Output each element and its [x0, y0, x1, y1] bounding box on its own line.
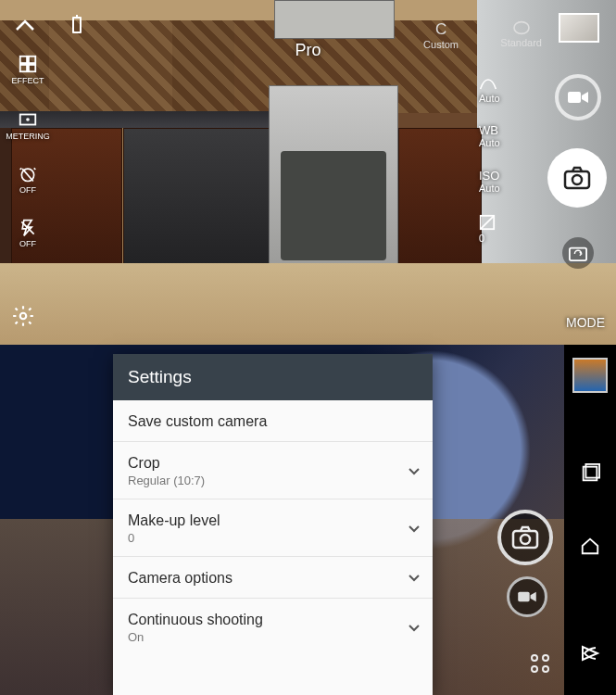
chevron-down-icon [409, 520, 420, 537]
video-record-button[interactable] [507, 576, 547, 617]
settings-row-save-custom[interactable]: Save custom camera [113, 400, 433, 442]
svg-rect-1 [29, 57, 35, 63]
svg-point-17 [521, 535, 530, 544]
settings-list[interactable]: Save custom camera Crop Regular (10:7) M… [113, 400, 433, 695]
gallery-thumbnail[interactable] [572, 358, 608, 393]
settings-camera-viewfinder: Settings Save custom camera Crop Regular… [0, 345, 616, 695]
svg-point-5 [26, 118, 30, 121]
svg-point-20 [543, 655, 548, 661]
wb-value: Auto [479, 137, 523, 148]
chevron-down-icon [409, 569, 420, 586]
home-button[interactable] [580, 536, 600, 560]
settings-row-title: Crop [128, 455, 418, 472]
video-icon [567, 89, 589, 106]
settings-row-value: On [128, 630, 418, 644]
metering-button[interactable]: METERING [6, 109, 50, 141]
iso-value: Auto [479, 183, 523, 194]
settings-row-makeup[interactable]: Make-up level 0 [113, 499, 433, 557]
settings-row-title: Make-up level [128, 512, 418, 529]
timer-label: OFF [19, 185, 36, 195]
settings-panel: Settings Save custom camera Crop Regular… [113, 354, 433, 695]
svg-point-14 [572, 175, 582, 184]
android-nav-bar [564, 345, 616, 695]
svg-rect-0 [20, 57, 27, 63]
focus-icon [479, 78, 497, 91]
left-tool-column: EFFECT METERING OFF OFF [6, 17, 50, 272]
palette-icon [512, 20, 531, 35]
home-icon [580, 536, 600, 556]
custom-letter: C [423, 20, 459, 39]
mode-label-pro[interactable]: Pro [295, 41, 321, 60]
flash-label: OFF [19, 239, 36, 248]
timer-button[interactable]: OFF [6, 165, 50, 195]
svg-point-21 [532, 666, 537, 672]
wb-label: WB [479, 124, 523, 137]
pro-params-column: Auto WB Auto ISO Auto 0 [479, 78, 523, 264]
af-param[interactable]: Auto [479, 78, 523, 104]
camera-icon [511, 525, 539, 550]
photo-shutter-button[interactable] [547, 148, 607, 208]
ev-param[interactable]: 0 [479, 214, 523, 244]
svg-rect-13 [565, 171, 589, 188]
mode-grid-button[interactable] [529, 652, 551, 678]
af-value: Auto [479, 93, 523, 104]
metering-label: METERING [6, 132, 50, 141]
back-icon [579, 643, 601, 663]
switch-camera-button[interactable] [562, 237, 594, 269]
recent-apps-button[interactable] [580, 463, 600, 487]
iso-param[interactable]: ISO Auto [479, 170, 523, 194]
settings-row-title: Continuous shooting [128, 612, 418, 628]
wb-param[interactable]: WB Auto [479, 124, 523, 148]
svg-rect-3 [29, 65, 35, 71]
iso-label: ISO [479, 170, 523, 183]
viewfinder-bg [398, 128, 482, 267]
grid-icon [529, 652, 551, 675]
settings-row-crop[interactable]: Crop Regular (10:7) [113, 442, 433, 499]
viewfinder-bg [0, 20, 477, 113]
chevron-down-icon [409, 462, 420, 479]
exposure-icon [479, 214, 496, 231]
settings-panel-title: Settings [113, 354, 433, 400]
pro-camera-viewfinder: EFFECT METERING OFF OFF Pro C Custom Sta… [0, 0, 616, 345]
svg-rect-12 [568, 92, 581, 103]
chevron-down-icon [409, 619, 420, 636]
gallery-thumbnail[interactable] [559, 13, 599, 43]
flash-button[interactable]: OFF [6, 219, 50, 248]
settings-row-title: Camera options [128, 570, 418, 587]
ev-value: 0 [479, 233, 523, 244]
settings-row-value: Regular (10:7) [128, 474, 418, 487]
settings-row-title: Save custom camera [128, 413, 418, 430]
standard-text: Standard [500, 37, 542, 48]
svg-point-10 [514, 22, 529, 34]
viewfinder-bg [269, 85, 398, 271]
svg-point-9 [20, 313, 27, 320]
video-record-button[interactable] [555, 74, 601, 120]
camera-icon [563, 166, 591, 190]
settings-row-value: 0 [128, 531, 418, 545]
back-button[interactable] [579, 643, 601, 667]
photo-shutter-button[interactable] [497, 510, 553, 565]
settings-row-continuous[interactable]: Continuous shooting On [113, 599, 433, 655]
svg-point-19 [532, 655, 537, 661]
settings-gear-button[interactable] [11, 304, 35, 332]
recent-apps-icon [580, 463, 600, 484]
settings-row-camera-options[interactable]: Camera options [113, 557, 433, 599]
video-icon [517, 589, 537, 604]
mode-menu-button[interactable]: MODE [566, 315, 605, 330]
viewfinder-bg [0, 263, 616, 345]
viewfinder-bg [123, 128, 271, 267]
effect-button[interactable]: EFFECT [6, 54, 50, 85]
svg-rect-2 [20, 65, 27, 71]
switch-camera-icon [568, 244, 588, 262]
viewfinder-bg [274, 0, 395, 39]
battery-icon [72, 17, 82, 33]
mode-label-standard[interactable]: Standard [500, 20, 542, 48]
svg-rect-16 [513, 531, 537, 548]
effect-label: EFFECT [12, 76, 44, 85]
mode-label-custom[interactable]: C Custom [423, 20, 459, 50]
svg-rect-18 [518, 592, 529, 602]
custom-text: Custom [423, 39, 459, 50]
svg-point-22 [543, 666, 548, 672]
